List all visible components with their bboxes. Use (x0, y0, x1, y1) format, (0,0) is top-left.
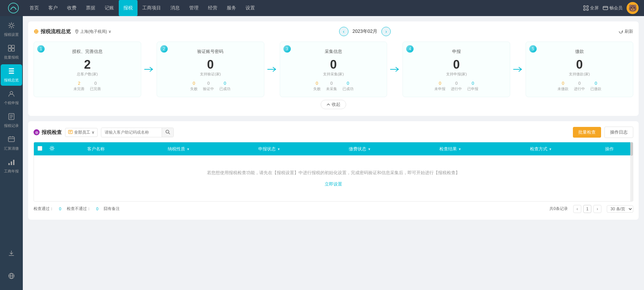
svg-rect-11 (12, 49, 14, 51)
nav-accounting[interactable]: 记账 (100, 0, 119, 16)
nav-biz[interactable]: 工商项目 (138, 0, 166, 16)
svg-rect-24 (8, 163, 10, 165)
has-note-label: 囧有备注 (104, 206, 120, 212)
nav-invoice[interactable]: 票据 (81, 0, 100, 16)
svg-rect-2 (587, 6, 588, 7)
plus-icon: ⊕ (34, 28, 39, 35)
scrollbar-thumb[interactable] (630, 142, 633, 156)
total-records: 共0条记录 (549, 206, 568, 212)
search-input[interactable] (101, 128, 162, 136)
step-stats-3: 0 失败 0 未采集 0 已成功 (285, 81, 382, 91)
arrow-4-5 (510, 42, 526, 97)
svg-rect-13 (9, 71, 14, 72)
table-footer: 检查通过： 0 检查不通过： 0 囧有备注 共0条记录 ‹ 1 › 30 条/页 (34, 202, 633, 214)
svg-rect-32 (68, 130, 72, 134)
sidebar-item-batch-tax[interactable]: 批量报税 (1, 42, 22, 63)
setup-link[interactable]: 立即设置 (325, 182, 342, 187)
svg-rect-14 (9, 73, 14, 74)
arrow-1-2 (141, 42, 157, 97)
location-tag[interactable]: 上海(电子税局) ∨ (75, 29, 111, 34)
search-button[interactable] (162, 128, 173, 137)
filter-icon-result[interactable]: ▼ (458, 147, 462, 151)
tax-records-icon (8, 113, 15, 122)
tax-settings-icon (8, 22, 15, 31)
sidebar-item-tax-records[interactable]: 报税记录 (1, 110, 22, 131)
sidebar-item-download[interactable] (1, 243, 22, 265)
step-title-1: 授权、完善信息 (39, 49, 136, 55)
filter-icon-tax-type[interactable]: ▼ (186, 147, 190, 151)
flow-step-5: 5 缴款 0 支持缴款(家) 0 未缴款 0 进行中 0 已缴款 (526, 42, 633, 97)
nav-client[interactable]: 客户 (44, 0, 62, 16)
step-title-2: 验证账号密码 (162, 49, 259, 55)
flow-header: ⊕ 报税流程总览 上海(电子税局) ∨ ‹ 2023年02月 › 刷新 (34, 27, 633, 36)
staff-icon (68, 130, 73, 135)
op-log-button[interactable]: 操作日志 (604, 127, 633, 138)
check-title: ◎ 报税检查 (34, 129, 62, 136)
nav-manage[interactable]: 管理 (184, 0, 203, 16)
nav-tax[interactable]: 报税 (119, 0, 138, 16)
flow-title: ⊕ 报税流程总览 (34, 28, 71, 35)
app-logo (5, 0, 21, 16)
table-scrollbar[interactable] (630, 142, 633, 201)
arrow-3-4 (387, 42, 402, 97)
sidebar-item-tax-overview[interactable]: 报税总览 (1, 64, 22, 86)
check-table: 客户名称 纳税性质 ▼ 申报状态 ▼ 缴费状态 ▼ (34, 142, 633, 155)
page-size-select[interactable]: 30 条/页 (607, 205, 633, 213)
col-check-result: 检查结果 ▼ (405, 142, 496, 155)
check-circle-icon: ◎ (34, 129, 40, 135)
month-nav: ‹ 2023年02月 › (339, 27, 391, 36)
next-month-btn[interactable]: › (381, 27, 391, 36)
sidebar-item-globe[interactable] (1, 266, 22, 287)
prev-month-btn[interactable]: ‹ (339, 27, 348, 36)
col-operations: 操作 (586, 142, 633, 155)
batch-check-button[interactable]: 批量检查 (573, 127, 601, 138)
select-all-checkbox[interactable] (38, 146, 42, 151)
nav-service[interactable]: 服务 (222, 0, 241, 16)
refresh-btn[interactable]: 刷新 (619, 28, 633, 34)
check-fail-label: 检查不通过： (67, 206, 91, 212)
nav-right: 全屏 畅会员 🐻 (583, 2, 639, 14)
member-btn[interactable]: 畅会员 (603, 5, 623, 11)
nav-home[interactable]: 首页 (25, 0, 44, 16)
sidebar-item-annual-report[interactable]: 工商年报 (1, 155, 22, 177)
svg-rect-12 (9, 68, 14, 69)
filter-icon-declare[interactable]: ▼ (277, 147, 280, 151)
col-settings (46, 142, 58, 155)
flow-steps: 1 授权、完善信息 2 总客户数(家) 2 未完善 0 已完善 (34, 42, 633, 97)
page-1-btn[interactable]: 1 (583, 205, 591, 213)
col-client-name: 客户名称 (58, 142, 133, 155)
svg-rect-26 (13, 160, 14, 165)
pagination: ‹ 1 › (573, 205, 601, 213)
check-fail-count[interactable]: 0 (96, 207, 99, 211)
svg-point-31 (76, 30, 77, 31)
top-nav: 首页 客户 收费 票据 记账 报税 工商项目 消息 管理 经营 服务 设置 全屏… (0, 0, 644, 16)
svg-rect-9 (12, 45, 14, 48)
filter-icon-method[interactable]: ▼ (549, 147, 552, 151)
step-title-3: 采集信息 (285, 49, 382, 55)
collapse-btn[interactable]: 收起 (321, 100, 346, 109)
table-empty-message: 若您想使用报税检查功能，请先在【报税设置】中进行报税的初始化设置，完成密码验证和… (34, 155, 633, 201)
step-subtitle-2: 支持验证(家) (162, 72, 259, 77)
prev-page-btn[interactable]: ‹ (573, 205, 581, 213)
stat-not-complete: 2 未完善 (73, 81, 85, 91)
sidebar-item-settlement[interactable]: 汇算清缴 (1, 133, 22, 154)
nav-fee[interactable]: 收费 (62, 0, 81, 16)
step-count-5: 0 (531, 57, 628, 72)
step-stats-5: 0 未缴款 0 进行中 0 已缴款 (531, 81, 628, 91)
flow-step-3: 3 采集信息 0 支持采集(家) 0 失败 0 未采集 0 已成功 (280, 42, 387, 97)
filter-icon-pay[interactable]: ▼ (368, 147, 371, 151)
step-subtitle-4: 支持申报(家) (408, 72, 504, 77)
sidebar-item-personal-tax[interactable]: 个税申报 (1, 87, 22, 108)
step-num-1: 1 (37, 45, 45, 53)
next-page-btn[interactable]: › (593, 205, 601, 213)
sidebar-item-tax-settings[interactable]: 报税设置 (1, 19, 22, 40)
arrow-2-3 (264, 42, 280, 97)
staff-select[interactable]: 全部员工 ∨ (65, 128, 98, 137)
check-pass-count[interactable]: 0 (59, 207, 61, 211)
svg-rect-20 (8, 137, 14, 142)
user-avatar[interactable]: 🐻 (627, 2, 639, 14)
nav-operation[interactable]: 经营 (203, 0, 222, 16)
nav-message[interactable]: 消息 (166, 0, 184, 16)
fullscreen-btn[interactable]: 全屏 (583, 5, 599, 11)
nav-settings[interactable]: 设置 (241, 0, 260, 16)
